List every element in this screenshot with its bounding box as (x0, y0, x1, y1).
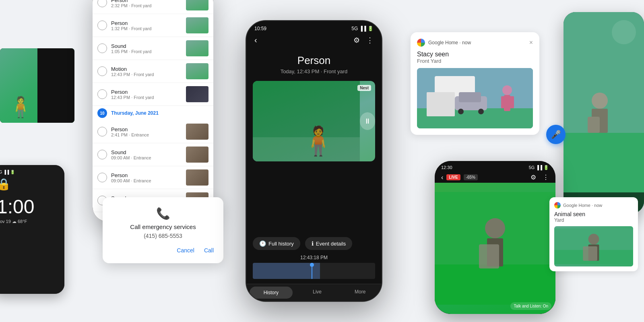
event-icon: ▣ (97, 127, 107, 136)
timeline-time: 12:43:18 PM (253, 255, 375, 260)
blue-action-button[interactable]: 🎤 (546, 125, 566, 144)
notification-card-bottom: Google Home · now Animal seen Yard (549, 197, 638, 271)
event-time: Today, 12:43 PM (281, 68, 320, 74)
event-icon: ▣ (97, 89, 107, 99)
date-label: Thursday, June 2021 (111, 110, 159, 116)
svg-rect-5 (459, 92, 481, 102)
bottom-navigation: History Live More (246, 284, 382, 301)
pbr-video: Talk and Listen: On (435, 183, 555, 314)
event-info: Person Today, 12:43 PM · Front yard (246, 48, 382, 78)
nav-live[interactable]: Live (296, 284, 339, 301)
settings-icon[interactable]: ⚙ (353, 36, 360, 45)
event-location-text: Front yard (324, 68, 347, 74)
back-arrow-icon[interactable]: ‹ (254, 35, 257, 45)
status-bar: 10:59 5G ▐▐ 🔋 (246, 21, 382, 34)
phone-bottom-right: 12:30 5G ▐▐ 🔋 ‹ LIVE -65% ⚙ ⋮ Talk and L… (435, 161, 555, 314)
notification2-subtitle: Yard (554, 217, 633, 223)
event-text: Sound 09:00 AM · Entrance (111, 149, 182, 160)
call-button[interactable]: Call (204, 247, 214, 254)
notification2-header: Google Home · now (554, 202, 633, 208)
emergency-dialog: 📞 Call emergency services (415) 685-5553… (103, 197, 223, 263)
center-controls: 🕐 Full history ℹ Event details 12:43:18 … (246, 237, 382, 284)
event-text: Person 12:43 PM · Front yard (111, 89, 182, 100)
event-meta: Today, 12:43 PM · Front yard (246, 68, 382, 74)
volume-badge: -65% (464, 174, 478, 180)
status-time: 10:59 (254, 26, 266, 31)
svg-rect-11 (510, 96, 514, 108)
event-name: Person (111, 0, 182, 3)
history-list: ▣ Person 2:32 PM · Front yard ▣ Person 1… (93, 0, 213, 215)
event-name: Person (111, 172, 182, 178)
list-item[interactable]: ▣ Person 09:00 AM · Entrance (93, 166, 213, 189)
event-text: Person 2:32 PM · Front yard (111, 0, 182, 8)
svg-point-15 (592, 93, 608, 109)
cancel-button[interactable]: Cancel (177, 247, 194, 254)
svg-point-8 (502, 85, 512, 95)
svg-point-7 (478, 109, 484, 114)
event-name: Sound (111, 149, 182, 155)
event-name: Person (111, 126, 182, 132)
notification2-image (554, 226, 633, 266)
camera-feed-svg (564, 12, 644, 213)
more-options-icon[interactable]: ⋮ (366, 36, 374, 45)
status-bar: 5G ▐▐ 🔋 (0, 170, 15, 174)
event-icon: ▣ (97, 0, 107, 7)
list-item[interactable]: ♫ Sound 09:00 AM · Entrance (93, 143, 213, 166)
microphone-icon: 🎤 (551, 130, 561, 139)
emergency-phone: (415) 685-5553 (112, 233, 214, 239)
full-history-button[interactable]: 🕐 Full history (253, 237, 300, 250)
video-player[interactable]: 🧍 Nest ⏸ (253, 81, 375, 161)
camera-preview: 🧍 (0, 48, 74, 123)
clock-time: 1:00 (0, 197, 34, 217)
notification-scene-svg (417, 68, 533, 128)
phone-right: History Live (564, 12, 644, 213)
notification-image (417, 68, 533, 128)
notification2-title: Animal seen (554, 211, 633, 217)
list-item[interactable]: ♫ Sound 1:05 PM · Front yard (93, 37, 213, 60)
event-thumbnail (186, 147, 208, 163)
event-icon: ≋ (97, 66, 107, 76)
event-details-label: Event details (316, 241, 346, 247)
event-icon: ♫ (97, 43, 107, 53)
event-name: Person (111, 20, 182, 26)
event-details-button[interactable]: ℹ Event details (305, 237, 352, 250)
notif2-svg (554, 226, 633, 266)
event-meta: 1:05 PM · Front yard (111, 49, 182, 54)
person-silhouette: 🧍 (8, 95, 33, 119)
pause-button[interactable]: ⏸ (360, 112, 375, 130)
timeline-cursor (312, 263, 312, 279)
event-meta: 2:41 PM · Entrance (111, 132, 182, 137)
timeline-bar[interactable] (253, 263, 375, 279)
status-signal: 5G ▐▐ 🔋 (351, 26, 374, 31)
svg-point-20 (485, 218, 505, 238)
nav-more[interactable]: More (339, 284, 382, 301)
history-list-screen: ▣ Person 2:32 PM · Front yard ▣ Person 1… (93, 0, 213, 221)
event-text: Sound 1:05 PM · Front yard (111, 43, 182, 54)
notification-card-top: Google Home · now × Stacy seen Front Yar… (411, 32, 539, 135)
toolbar-icons: ⚙ ⋮ (353, 36, 374, 45)
date-display: Nov 19 ☁ 68°F (0, 219, 27, 224)
close-button[interactable]: × (529, 39, 533, 46)
event-text: Person 09:00 AM · Entrance (111, 172, 182, 183)
list-item[interactable]: ▣ Person 2:41 PM · Entrance (93, 120, 213, 143)
event-meta: 1:32 PM · Front yard (111, 26, 182, 31)
pbr-back-icon[interactable]: ‹ (441, 174, 443, 181)
event-type: Person (246, 54, 382, 67)
event-icon: ▣ (97, 21, 107, 30)
pbr-video-svg (435, 183, 555, 314)
video-scene: 🧍 (253, 81, 360, 161)
list-item[interactable]: ▣ Person 12:43 PM · Front yard (93, 83, 213, 106)
list-item[interactable]: ≋ Motion 12:43 PM · Front yard (93, 60, 213, 83)
list-item[interactable]: ▣ Person 1:32 PM · Front yard (93, 14, 213, 37)
nav-history[interactable]: History (250, 287, 293, 299)
date-badge: 10 (97, 108, 107, 118)
event-text: Person 1:32 PM · Front yard (111, 20, 182, 31)
pbr-screen: 12:30 5G ▐▐ 🔋 ‹ LIVE -65% ⚙ ⋮ Talk and L… (435, 161, 555, 314)
control-buttons: 🕐 Full history ℹ Event details (253, 237, 375, 250)
pbr-settings-icon[interactable]: ⚙ (530, 173, 536, 181)
phone-left: ▣ Person 2:32 PM · Front yard ▣ Person 1… (93, 0, 213, 221)
event-thumbnail (186, 169, 208, 186)
pbr-more-icon[interactable]: ⋮ (543, 173, 549, 181)
pbr-status-bar: 12:30 5G ▐▐ 🔋 (435, 161, 555, 172)
list-item[interactable]: ▣ Person 2:32 PM · Front yard (93, 0, 213, 14)
